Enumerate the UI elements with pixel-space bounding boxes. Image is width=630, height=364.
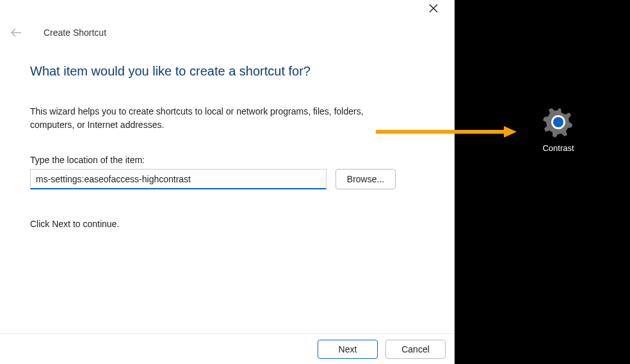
create-shortcut-wizard: Create Shortcut What item would you like… [0,0,455,364]
browse-button[interactable]: Browse... [335,169,396,189]
close-button[interactable] [424,3,443,17]
wizard-description: This wizard helps you to create shortcut… [30,105,395,132]
desktop-shortcut-contrast[interactable]: Contrast [534,106,583,153]
location-input[interactable] [30,169,327,189]
shortcut-label: Contrast [534,143,583,153]
wizard-headline: What item would you like to create a sho… [30,64,311,79]
gear-icon [542,106,574,138]
continue-instruction: Click Next to continue. [30,219,119,229]
next-button[interactable]: Next [318,340,378,359]
wizard-title: Create Shortcut [44,28,106,38]
cancel-button[interactable]: Cancel [385,340,446,359]
desktop-area: Contrast [455,0,630,364]
location-label: Type the location of the item: [30,155,145,165]
svg-point-4 [553,117,563,127]
close-icon [429,4,438,15]
wizard-footer: Next Cancel [0,333,455,364]
back-arrow-icon[interactable] [9,26,23,40]
